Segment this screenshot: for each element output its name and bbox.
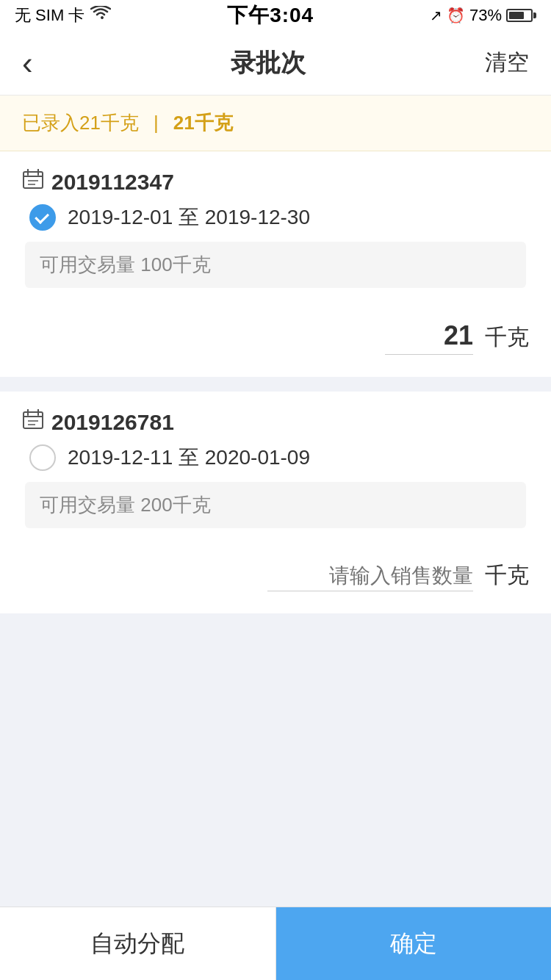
back-button[interactable]: ‹ [22,45,66,82]
footer: 自动分配 确定 [0,907,551,980]
batch-2-radio[interactable] [29,444,56,471]
batch-item-1[interactable]: 2019112347 2019-12-01 至 2019-12-30 可用交易量… [0,151,551,377]
batch-2-date: 2019-12-11 至 2020-01-09 [68,444,310,472]
batch-2-icon [22,409,44,435]
alarm-icon: ⏰ [447,7,465,24]
batch-1-id: 2019112347 [51,170,174,195]
status-time: 下午3:04 [227,1,314,29]
batch-1-avail: 可用交易量 100千克 [25,242,526,288]
wifi-icon [90,6,111,25]
batch-1-quantity-row: 千克 [0,306,551,355]
banner-divider: | [154,112,159,134]
recorded-label: 已录入21千克 [22,110,139,136]
batch-1-icon [22,169,44,195]
no-sim-label: 无 SIM 卡 [15,4,84,26]
batch-1-header: 2019112347 [22,169,529,195]
page-title: 录批次 [231,46,306,80]
status-right: ↗ ⏰ 73% [430,6,536,25]
auto-distribute-button[interactable]: 自动分配 [0,907,276,980]
info-banner: 已录入21千克 | 21千克 [0,96,551,151]
battery-icon [506,9,536,22]
confirm-button[interactable]: 确定 [276,907,552,980]
separator-1 [0,377,551,392]
nav-bar: ‹ 录批次 清空 [0,31,551,96]
batch-2-id: 2019126781 [51,410,174,435]
svg-rect-6 [24,412,43,428]
batch-1-radio[interactable] [29,204,56,231]
status-left: 无 SIM 卡 [15,4,111,26]
batch-1-quantity-input[interactable] [385,320,473,355]
batch-2-quantity-input[interactable] [267,564,473,591]
recorded-value: 21千克 [173,110,233,136]
gps-icon: ↗ [430,7,442,24]
battery-percent: 73% [469,6,502,25]
batch-2-avail: 可用交易量 200千克 [25,482,526,528]
batch-1-date-row[interactable]: 2019-12-01 至 2019-12-30 [29,203,529,231]
batch-item-2[interactable]: 2019126781 2019-12-11 至 2020-01-09 可用交易量… [0,392,551,613]
svg-rect-0 [24,172,43,188]
clear-button[interactable]: 清空 [470,48,529,78]
status-bar: 无 SIM 卡 下午3:04 ↗ ⏰ 73% [0,0,551,31]
empty-area [0,613,551,951]
batch-1-unit: 千克 [485,323,529,353]
batch-2-unit: 千克 [485,561,529,591]
batch-2-quantity-row: 千克 [0,546,551,591]
batch-2-date-row[interactable]: 2019-12-11 至 2020-01-09 [29,444,529,472]
batch-2-header: 2019126781 [22,409,529,435]
batch-1-date: 2019-12-01 至 2019-12-30 [68,203,310,231]
